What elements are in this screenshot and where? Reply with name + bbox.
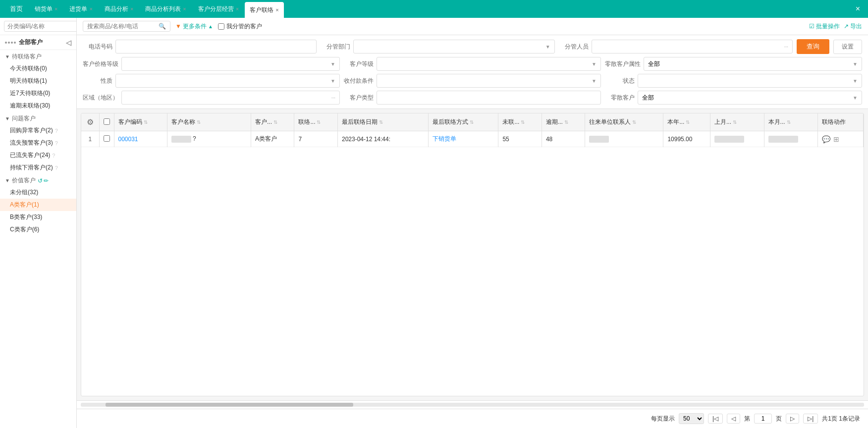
sidebar-item-churned[interactable]: 已流失客户(24) ? xyxy=(0,149,76,161)
per-page-select[interactable]: 50 20 100 xyxy=(679,413,704,424)
cell-checkbox[interactable] xyxy=(99,131,114,147)
input-customer-type[interactable] xyxy=(377,91,601,105)
nav-purchase[interactable]: 进货单 × xyxy=(63,0,98,18)
section-value-customers[interactable]: ▼ 价值客户 ↺ ✏ xyxy=(0,174,76,186)
sidebar-collapse-icon[interactable]: ◁ xyxy=(66,39,71,47)
sort-this-month: ⇅ xyxy=(787,119,791,125)
input-status[interactable]: ▼ xyxy=(638,74,862,88)
row-checkbox[interactable] xyxy=(104,135,110,142)
scrollbar-thumb[interactable] xyxy=(106,403,353,407)
nav-home[interactable]: 首页 xyxy=(4,0,29,18)
input-manager[interactable]: ··· xyxy=(592,40,793,54)
col-checkbox xyxy=(99,113,114,131)
input-dept[interactable]: ▼ xyxy=(353,40,554,54)
cell-last-date: 2023-04-12 14:44: xyxy=(337,131,428,147)
sidebar-item-declining[interactable]: 持续下滑客户(2) ? xyxy=(0,161,76,174)
sidebar-item-ungrouped[interactable]: 未分组(32) xyxy=(0,186,76,199)
cell-actions: 💬 ⊞ xyxy=(818,131,864,147)
close-sales-tab[interactable]: × xyxy=(54,0,57,18)
section-problem-customers[interactable]: ▼ 问题客户 xyxy=(0,112,76,124)
close-purchase-tab[interactable]: × xyxy=(89,0,92,18)
my-customers-filter[interactable]: 我分管的客户 xyxy=(218,22,262,31)
sidebar-item-class-c[interactable]: C类客户(6) xyxy=(0,223,76,236)
edit-value-icon[interactable]: ✏ xyxy=(44,177,49,184)
retail-attr-caret: ▼ xyxy=(853,61,858,67)
input-retail[interactable]: 全部▼ xyxy=(638,91,862,105)
col-this-year[interactable]: 本年...⇅ xyxy=(663,113,710,131)
filter-search-icon[interactable]: 🔍 xyxy=(159,23,166,30)
col-this-month[interactable]: 本月...⇅ xyxy=(764,113,818,131)
sidebar-item-today[interactable]: 今天待联络(0) xyxy=(0,62,76,75)
input-payment[interactable]: ▼ xyxy=(377,74,601,88)
nav-customer-contact[interactable]: 客户联络 × xyxy=(245,2,283,18)
my-customers-checkbox[interactable] xyxy=(218,23,224,30)
prev-page-button[interactable]: ◁ xyxy=(727,414,740,424)
col-last-method[interactable]: 最后联络方式⇅ xyxy=(429,113,498,131)
sidebar-item-overdue[interactable]: 逾期未联络(30) xyxy=(0,100,76,112)
col-contact-person[interactable]: 往来单位联系人⇅ xyxy=(585,113,663,131)
nav-customer-tier[interactable]: 客户分层经营 × xyxy=(192,0,245,18)
filter-more-button[interactable]: ▼ 更多条件 ▲ xyxy=(175,22,213,31)
data-table-container: ⚙ 客户编码⇅ 客户名称⇅ 客户...⇅ xyxy=(81,113,864,396)
sidebar-item-class-b[interactable]: B类客户(33) xyxy=(0,211,76,223)
field-retail-attr: 零散客户属性 全部▼ xyxy=(605,57,862,71)
cell-last-method: 下销货单 xyxy=(429,131,498,147)
sidebar-item-class-a[interactable]: A类客户(1) xyxy=(0,199,76,211)
next-page-button[interactable]: ▷ xyxy=(786,414,799,424)
close-product-analysis-tab[interactable]: × xyxy=(130,0,133,18)
message-action-icon[interactable]: 💬 xyxy=(822,135,830,143)
sidebar-search-input[interactable] xyxy=(4,21,77,32)
field-manager: 分管人员 ··· xyxy=(559,40,793,54)
nav-sales[interactable]: 销货单 × xyxy=(29,0,63,18)
col-contacts[interactable]: 联络...⇅ xyxy=(294,113,337,131)
filter-bar: 🔍 ▼ 更多条件 ▲ 我分管的客户 ☑ 批量操作 ↗ 导出 xyxy=(77,18,868,35)
last-page-button[interactable]: ▷| xyxy=(803,414,818,424)
export-button[interactable]: ↗ 导出 xyxy=(844,22,862,31)
select-all-checkbox[interactable] xyxy=(104,118,110,125)
input-customer-level[interactable]: ▼ xyxy=(377,57,601,71)
level-caret: ▼ xyxy=(592,61,597,67)
close-customer-contact-tab[interactable]: × xyxy=(275,2,278,18)
region-dots[interactable]: ··· xyxy=(331,95,335,101)
col-name[interactable]: 客户名称⇅ xyxy=(167,113,251,131)
input-region[interactable]: ··· xyxy=(121,91,340,105)
col-code[interactable]: 客户编码⇅ xyxy=(114,113,167,131)
qr-action-icon[interactable]: ⊞ xyxy=(833,135,839,143)
col-category[interactable]: 客户...⇅ xyxy=(251,113,294,131)
col-last-date[interactable]: 最后联络日期⇅ xyxy=(337,113,428,131)
sidebar-item-churn-warning[interactable]: 流失预警客户(3) ? xyxy=(0,137,76,149)
nav-product-list[interactable]: 商品分析列表 × xyxy=(139,0,192,18)
input-nature[interactable]: ▼ xyxy=(115,74,340,88)
nav-product-analysis[interactable]: 商品分析 × xyxy=(99,0,139,18)
sidebar-item-repurchase-anomaly[interactable]: 回购异常客户(2) ? xyxy=(0,124,76,137)
close-customer-tier-tab[interactable]: × xyxy=(236,0,239,18)
sort-category: ⇅ xyxy=(273,119,277,125)
gear-icon[interactable]: ⚙ xyxy=(87,118,94,126)
col-last-month[interactable]: 上月...⇅ xyxy=(710,113,764,131)
section-pending-contact[interactable]: ▼ 待联络客户 xyxy=(0,50,76,62)
col-gear[interactable]: ⚙ xyxy=(81,113,99,131)
field-price-level: 客户价格等级 ▼ xyxy=(83,57,340,71)
sidebar-item-tomorrow[interactable]: 明天待联络(1) xyxy=(0,75,76,87)
col-uncontacted[interactable]: 未联...⇅ xyxy=(498,113,542,131)
close-window-button[interactable]: × xyxy=(852,4,864,13)
filter-search-input[interactable] xyxy=(87,23,157,30)
adv-row-1: 电话号码 分管部门 ▼ 分管人员 ··· 查询 设置 xyxy=(83,39,862,54)
input-price-level[interactable]: ▼ xyxy=(121,57,340,71)
input-retail-attr[interactable]: 全部▼ xyxy=(644,57,862,71)
input-phone[interactable] xyxy=(115,40,317,54)
refresh-value-icon[interactable]: ↺ xyxy=(38,177,43,184)
close-product-list-tab[interactable]: × xyxy=(183,0,186,18)
first-page-button[interactable]: |◁ xyxy=(708,414,723,424)
sidebar-item-7days[interactable]: 近7天待联络(0) xyxy=(0,87,76,100)
cell-code[interactable]: 000031 xyxy=(114,131,167,147)
query-button[interactable]: 查询 xyxy=(797,39,829,54)
section-arrow: ▼ xyxy=(5,54,10,59)
sidebar-all-customers[interactable]: 全部客户 ◁ xyxy=(0,35,76,50)
col-overdue[interactable]: 逾期...⇅ xyxy=(542,113,585,131)
setting-button[interactable]: 设置 xyxy=(833,40,862,54)
batch-op-button[interactable]: ☑ 批量操作 xyxy=(809,22,840,31)
manager-dots[interactable]: ··· xyxy=(784,44,788,50)
page-input[interactable] xyxy=(754,414,772,424)
status-caret: ▼ xyxy=(853,78,858,84)
